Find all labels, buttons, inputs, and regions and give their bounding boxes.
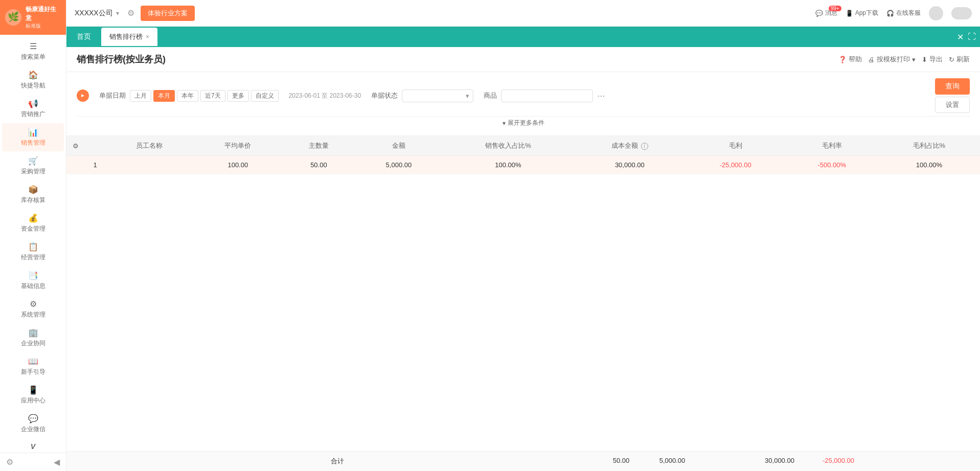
inventory-icon: 📦 (28, 185, 38, 194)
trial-button[interactable]: 体验行业方案 (141, 6, 195, 21)
date-btn-7days[interactable]: 近7天 (200, 90, 225, 102)
col-settings[interactable]: ⚙ (66, 136, 85, 156)
sidebar-item-label: 采购管理 (21, 167, 45, 176)
member-icon: V (31, 442, 35, 451)
goods-filter: 商品 ··· (484, 89, 925, 102)
sidebar-item-label: 库存核算 (21, 196, 45, 205)
menu-icon: ☰ (30, 41, 37, 51)
cost-info-icon[interactable]: i (641, 143, 648, 150)
tab-label: 销售排行榜 (109, 32, 143, 41)
filter-expand-toggle[interactable] (77, 89, 89, 102)
footer-sales-pct (698, 457, 749, 466)
finance-icon: 💰 (28, 213, 38, 223)
sidebar-item-operations[interactable]: 📋 经营管理 (2, 238, 64, 266)
print-icon: 🖨 (868, 56, 875, 63)
sidebar-item-system[interactable]: ⚙ 系统管理 (2, 295, 64, 323)
online-service-button[interactable]: 🎧 在线客服 (886, 9, 921, 17)
system-icon: ⚙ (30, 299, 37, 309)
settings-button[interactable]: 设置 (935, 97, 970, 113)
sidebar-item-guide[interactable]: 📖 新手引导 (2, 352, 64, 380)
sidebar-item-basic-info[interactable]: 📑 基础信息 (2, 266, 64, 295)
row-gross: -25,000.00 (686, 156, 786, 174)
help-button[interactable]: ❓ 帮助 (838, 55, 862, 64)
sales-icon: 📊 (28, 127, 38, 137)
settings-bottom-icon[interactable]: ⚙ (6, 457, 13, 467)
status-select-wrapper (402, 89, 473, 102)
refresh-button[interactable]: ↻ 刷新 (949, 55, 970, 64)
app-download-button[interactable]: 📱 App下载 (846, 9, 878, 17)
message-button[interactable]: 💬 消息 99+ (815, 9, 837, 17)
sidebar-item-label: 经营管理 (21, 253, 45, 262)
footer-cells: 合计 50.00 5,000.00 30,000.00 -25,000.00 (73, 457, 974, 466)
row-sales-pct: 100.00% (442, 156, 574, 174)
guide-icon: 📖 (28, 356, 38, 366)
sidebar-item-label: 新手引导 (21, 368, 45, 376)
basic-info-icon: 📑 (28, 271, 38, 280)
date-btn-this-month[interactable]: 本月 (153, 90, 175, 102)
sidebar-bottom: ⚙ ◀ (0, 453, 66, 471)
topbar-right: 💬 消息 99+ 📱 App下载 🎧 在线客服 (815, 6, 972, 20)
topbar-settings-icon[interactable]: ⚙ (127, 8, 134, 18)
date-range-display: 2023-06-01 至 2023-06-30 (289, 92, 361, 100)
expand-more-conditions[interactable]: ▾ 展开更多条件 (77, 116, 970, 129)
status-filter-label: 单据状态 (371, 91, 398, 100)
user-name-placeholder (951, 7, 972, 19)
sidebar-item-label: 快捷导航 (21, 81, 45, 90)
user-avatar[interactable] (929, 6, 943, 20)
sidebar-item-quick-nav[interactable]: 🏠 快捷导航 (2, 66, 64, 94)
sidebar-item-sales[interactable]: 📊 销售管理 (2, 123, 64, 151)
close-window-icon[interactable]: ✕ (957, 32, 964, 42)
ranking-table: ⚙ 员工名称 平均单价 主数量 金额 销售收入占比% 成本全额 i 毛利 毛利率 (66, 136, 980, 174)
sidebar-item-label: 应用中心 (21, 396, 45, 405)
date-btn-more[interactable]: 更多 (227, 90, 249, 102)
tab-sales-ranking[interactable]: 销售排行榜 × (101, 28, 157, 46)
maximize-icon[interactable]: ⛶ (968, 32, 976, 41)
sidebar-item-inventory[interactable]: 📦 库存核算 (2, 181, 64, 209)
sidebar-item-finance[interactable]: 💰 资金管理 (2, 209, 64, 237)
marketing-icon: 📢 (28, 99, 38, 108)
home-icon: 🏠 (28, 70, 38, 80)
footer-main-qty: 50.00 (596, 457, 647, 466)
tab-close-icon[interactable]: × (146, 33, 149, 40)
app-center-icon: 📱 (28, 385, 38, 395)
goods-input[interactable] (501, 89, 593, 102)
sidebar-item-label: 企业微信 (21, 425, 45, 434)
sidebar-item-search-order[interactable]: ☰ 搜索菜单 (2, 37, 64, 65)
date-btn-this-year[interactable]: 本年 (177, 90, 198, 102)
date-btn-custom[interactable]: 自定义 (251, 90, 279, 102)
company-selector[interactable]: XXXXX公司 ▾ (75, 9, 119, 18)
table-area: ⚙ 员工名称 平均单价 主数量 金额 销售收入占比% 成本全额 i 毛利 毛利率 (66, 136, 980, 451)
footer-amount: 5,000.00 (647, 457, 698, 466)
sidebar-logo: 🌿 畅康通好生意 标准版 (0, 0, 66, 35)
svg-marker-2 (81, 94, 84, 97)
tab-home[interactable]: 首页 (66, 27, 101, 47)
sidebar-nav: ☰ 搜索菜单 🏠 快捷导航 📢 营销推广 📊 销售管理 🛒 采购管理 📦 库存核… (0, 35, 66, 453)
sidebar-item-wechat[interactable]: 💬 企业微信 (2, 410, 64, 438)
col-sales-pct: 销售收入占比% (442, 136, 574, 156)
collapse-icon[interactable]: ◀ (54, 457, 60, 467)
message-icon: 💬 (815, 10, 823, 17)
row-settings-cell (66, 156, 85, 174)
export-button[interactable]: ⬇ 导出 (922, 55, 943, 64)
query-button[interactable]: 查询 (935, 78, 970, 95)
row-gross-pct: 100.00% (878, 156, 980, 174)
status-select[interactable] (402, 89, 473, 102)
sidebar-item-enterprise[interactable]: 🏢 企业协同 (2, 324, 64, 352)
footer-label: 合计 (130, 457, 544, 466)
page-header: 销售排行榜(按业务员) ❓ 帮助 🖨 按模板打印 ▾ ⬇ 导出 ↻ 刷新 (66, 47, 980, 72)
operations-icon: 📋 (28, 242, 38, 252)
table-body: 1 100.00 50.00 5,000.00 100.00% 30,000.0… (66, 156, 980, 174)
content-area: 销售排行榜(按业务员) ❓ 帮助 🖨 按模板打印 ▾ ⬇ 导出 ↻ 刷新 (66, 47, 980, 471)
more-filter-icon[interactable]: ··· (597, 91, 605, 101)
template-print-button[interactable]: 🖨 按模板打印 ▾ (868, 55, 916, 64)
date-btn-last-month[interactable]: 上月 (130, 90, 151, 102)
footer-cost-amount: 30,000.00 (749, 457, 810, 466)
sidebar-item-purchase[interactable]: 🛒 采购管理 (2, 152, 64, 180)
chevron-down-icon: ▾ (116, 10, 119, 17)
sidebar-item-app-center[interactable]: 📱 应用中心 (2, 381, 64, 409)
row-rank: 1 (85, 156, 105, 174)
col-rank (85, 136, 105, 156)
date-filter-label: 单据日期 (99, 91, 126, 100)
sidebar-item-marketing[interactable]: 📢 营销推广 (2, 95, 64, 123)
sidebar-item-member[interactable]: V 畅会员 (2, 438, 64, 453)
